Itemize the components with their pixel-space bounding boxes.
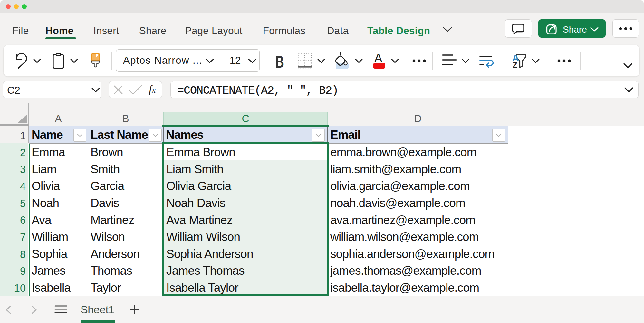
svg-text:Z: Z (513, 61, 517, 69)
